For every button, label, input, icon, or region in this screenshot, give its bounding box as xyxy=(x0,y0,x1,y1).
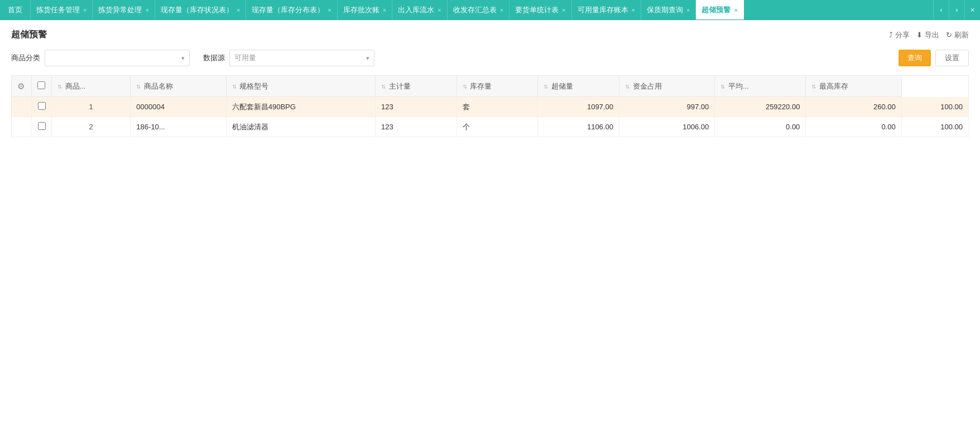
close-tab-1[interactable]: × xyxy=(145,7,148,13)
nav-next-button[interactable]: › xyxy=(949,0,964,20)
settings-button[interactable]: 设置 xyxy=(935,50,969,66)
filter-action-buttons: 查询 设置 xyxy=(899,50,969,66)
sort-capital-icon[interactable]: ⇅ xyxy=(625,84,630,90)
row-checkbox-1[interactable] xyxy=(38,122,46,130)
category-filter-group: 商品分类 ▾ xyxy=(11,50,190,66)
row-avg-0: 260.00 xyxy=(806,97,901,117)
close-tab-3[interactable]: × xyxy=(328,7,331,13)
top-navigation: 首页 拣货任务管理 × 拣货异常处理 × 现存量（库存状况表） × 现存量（库存… xyxy=(0,0,980,20)
page-content: 超储预警 ⤴ 分享 ⬇ 导出 ↻ 刷新 商品分类 ▾ 数据源 xyxy=(0,20,980,446)
nav-tab-3[interactable]: 现存量（库存分布表） × xyxy=(246,0,337,20)
col-avg-header: ⇅ 平均... xyxy=(715,76,806,97)
close-tab-5[interactable]: × xyxy=(438,7,441,13)
datasource-dropdown-arrow: ▾ xyxy=(366,55,369,62)
row-settings-cell xyxy=(12,97,32,117)
col-checkbox-header xyxy=(32,76,52,97)
nav-tab-0[interactable]: 拣货任务管理 × xyxy=(31,0,93,20)
close-tab-4[interactable]: × xyxy=(383,7,386,13)
close-tab-2[interactable]: × xyxy=(237,7,240,13)
nav-tab-6[interactable]: 收发存汇总表 × xyxy=(448,0,510,20)
row-settings-cell xyxy=(12,117,32,137)
share-icon: ⤴ xyxy=(889,31,893,39)
nav-home[interactable]: 首页 xyxy=(0,0,31,20)
row-stock-0: 1097.00 xyxy=(538,97,619,117)
row-avg-1: 0.00 xyxy=(806,117,901,137)
datasource-select[interactable]: 可用量 ▾ xyxy=(229,50,374,66)
close-tab-0[interactable]: × xyxy=(83,7,87,13)
table-header-row: ⚙ ⇅ 商品... ⇅ 商品名称 ⇅ 规格型号 ⇅ xyxy=(12,76,969,97)
col-settings-header: ⚙ xyxy=(12,76,32,97)
row-maxstock-0: 100.00 xyxy=(901,97,968,117)
share-button[interactable]: ⤴ 分享 xyxy=(889,30,910,40)
category-label: 商品分类 xyxy=(11,53,40,63)
nav-tab-4[interactable]: 库存批次账 × xyxy=(338,0,392,20)
row-checkbox-cell xyxy=(32,117,52,137)
sort-name-icon[interactable]: ⇅ xyxy=(136,84,141,90)
nav-tab-10[interactable]: 超储预警 × xyxy=(696,0,743,20)
row-unit-1: 个 xyxy=(457,117,538,137)
col-spec-header: ⇅ 规格型号 xyxy=(226,76,375,97)
export-icon: ⬇ xyxy=(916,31,923,39)
close-tab-6[interactable]: × xyxy=(500,7,503,13)
row-stock-1: 1106.00 xyxy=(538,117,619,137)
sort-overstock-icon[interactable]: ⇅ xyxy=(544,84,548,90)
row-checkbox-0[interactable] xyxy=(38,102,46,110)
select-all-checkbox[interactable] xyxy=(37,81,45,89)
filter-row: 商品分类 ▾ 数据源 可用量 ▾ 查询 设置 xyxy=(11,50,969,66)
col-unit-header: ⇅ 主计量 xyxy=(376,76,457,97)
table-gear-icon[interactable]: ⚙ xyxy=(17,81,25,91)
row-capital-1: 0.00 xyxy=(715,117,806,137)
sort-code-icon[interactable]: ⇅ xyxy=(57,84,62,90)
nav-tab-7[interactable]: 要货单统计表 × xyxy=(510,0,571,20)
row-overstock-1: 1006.00 xyxy=(619,117,714,137)
sort-stock-icon[interactable]: ⇅ xyxy=(463,84,467,90)
page-title: 超储预警 xyxy=(11,29,47,41)
row-spec-1: 123 xyxy=(376,117,457,137)
close-tab-8[interactable]: × xyxy=(632,7,635,13)
row-name-0: 六配套新昌490BPG xyxy=(226,97,375,117)
row-maxstock-1: 100.00 xyxy=(901,117,968,137)
nav-tab-8[interactable]: 可用量库存账本 × xyxy=(572,0,641,20)
sort-maxstock-icon[interactable]: ⇅ xyxy=(811,84,816,90)
refresh-icon: ↻ xyxy=(946,31,952,39)
nav-close-button[interactable]: × xyxy=(964,0,980,20)
row-spec-0: 123 xyxy=(376,97,457,117)
col-overstock-header: ⇅ 超储量 xyxy=(538,76,619,97)
close-tab-10[interactable]: × xyxy=(734,7,737,13)
close-tab-9[interactable]: × xyxy=(686,7,690,13)
row-name-1: 机油滤清器 xyxy=(226,117,375,137)
row-num-1: 2 xyxy=(52,117,131,137)
query-button[interactable]: 查询 xyxy=(899,50,931,66)
nav-tab-1[interactable]: 拣货异常处理 × xyxy=(93,0,155,20)
row-capital-0: 259220.00 xyxy=(715,97,806,117)
col-capital-header: ⇅ 资金占用 xyxy=(619,76,714,97)
nav-tab-2[interactable]: 现存量（库存状况表） × xyxy=(155,0,246,20)
nav-arrows: ‹ › × xyxy=(933,0,980,20)
refresh-button[interactable]: ↻ 刷新 xyxy=(946,30,969,40)
sort-avg-icon[interactable]: ⇅ xyxy=(720,84,725,90)
col-maxstock-header: ⇅ 最高库存 xyxy=(806,76,901,97)
col-stock-header: ⇅ 库存量 xyxy=(457,76,538,97)
table-row: 2 186-10... 机油滤清器 123 个 1106.00 1006.00 … xyxy=(12,117,969,137)
row-unit-0: 套 xyxy=(457,97,538,117)
nav-prev-button[interactable]: ‹ xyxy=(933,0,949,20)
header-actions: ⤴ 分享 ⬇ 导出 ↻ 刷新 xyxy=(889,30,969,40)
col-code-header: ⇅ 商品... xyxy=(52,76,131,97)
export-button[interactable]: ⬇ 导出 xyxy=(916,30,939,40)
nav-tab-9[interactable]: 保质期查询 × xyxy=(641,0,696,20)
data-table: ⚙ ⇅ 商品... ⇅ 商品名称 ⇅ 规格型号 ⇅ xyxy=(11,75,969,137)
row-checkbox-cell xyxy=(32,97,52,117)
row-overstock-0: 997.00 xyxy=(619,97,714,117)
page-header: 超储预警 ⤴ 分享 ⬇ 导出 ↻ 刷新 xyxy=(11,29,969,41)
datasource-label: 数据源 xyxy=(203,53,225,63)
row-code-1: 186-10... xyxy=(131,117,226,137)
close-tab-7[interactable]: × xyxy=(562,7,565,13)
sort-spec-icon[interactable]: ⇅ xyxy=(232,84,237,90)
row-num-0: 1 xyxy=(52,97,131,117)
col-name-header: ⇅ 商品名称 xyxy=(131,76,226,97)
category-select[interactable]: ▾ xyxy=(45,50,190,66)
nav-tab-5[interactable]: 出入库流水 × xyxy=(392,0,447,20)
category-dropdown-arrow: ▾ xyxy=(181,55,185,62)
sort-unit-icon[interactable]: ⇅ xyxy=(381,84,386,90)
table-row: 1 0000004 六配套新昌490BPG 123 套 1097.00 997.… xyxy=(12,97,969,117)
